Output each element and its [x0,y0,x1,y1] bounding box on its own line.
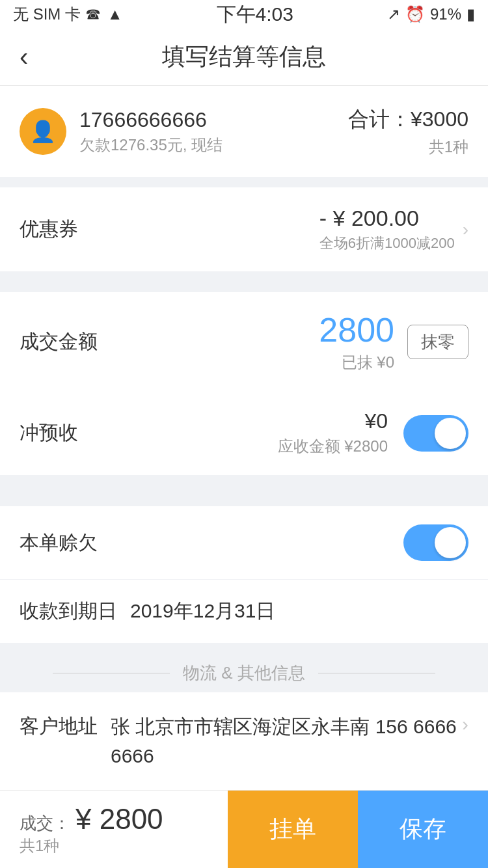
customer-info: 17666666666 欠款1276.35元, 现结 [79,108,223,156]
sim-label: 无 SIM 卡 ☎ [13,4,101,25]
duedate-section: 收款到期日 2019年12月31日 [0,579,488,643]
prepay-toggle[interactable] [403,415,468,452]
prepay-row: 冲预收 ¥0 应收金额 ¥2800 [0,391,488,475]
logistics-separator: 物流 & 其他信息 [0,653,488,692]
amount-sub: 已抹 ¥0 [319,352,394,373]
footer-count: 共1种 [20,835,208,856]
back-button[interactable]: ‹ [20,42,59,72]
sep-line-right [318,673,435,673]
battery-label: 91% [430,5,461,23]
logistics-sep-inner: 物流 & 其他信息 [53,662,435,685]
coupon-discount: - ¥ 200.00 [319,206,455,231]
customer-left: 👤 17666666666 欠款1276.35元, 现结 [20,108,223,156]
footer-amount: ¥ 2800 [75,803,163,835]
status-right: ↗ ⏰ 91% ▮ [387,5,475,23]
amount-col: 2800 已抹 ¥0 [319,310,394,373]
customer-right: 合计：¥3000 共1种 [348,105,468,157]
save-button[interactable]: 保存 [358,791,488,868]
address-value: 张 北京市市辖区海淀区永丰南 156 6666 6666 [111,712,462,770]
logistics-label: 物流 & 其他信息 [183,662,305,685]
coupon-right: - ¥ 200.00 全场6折满1000减200 › [319,206,468,253]
prepay-amount: ¥0 [278,409,388,433]
customer-count: 共1种 [348,137,468,157]
footer-trans-label: 成交： [20,812,70,835]
page-title: 填写结算等信息 [162,41,326,73]
footer: 成交： ¥ 2800 共1种 挂单 保存 [0,790,488,868]
address-label: 客户地址 [20,713,98,740]
credit-section: 本单赊欠 [0,506,488,579]
coupon-chevron-icon: › [463,219,468,240]
footer-info: 成交： ¥ 2800 共1种 [0,803,228,856]
customer-total: 合计：¥3000 [348,105,468,134]
customer-debt: 欠款1276.35元, 现结 [79,135,223,156]
transaction-section: 成交金额 2800 已抹 ¥0 抹零 [0,292,488,391]
status-bar: 无 SIM 卡 ☎ ▲ 下午4:03 ↗ ⏰ 91% ▮ [0,0,488,29]
coupon-row[interactable]: 优惠券 - ¥ 200.00 全场6折满1000减200 › [0,187,488,271]
wifi-icon: ▲ [107,5,123,23]
avatar-icon: 👤 [30,119,56,144]
nav-bar: ‹ 填写结算等信息 [0,29,488,86]
coupon-label: 优惠券 [20,216,78,243]
sep-line-left [53,673,170,673]
amount-label: 成交金额 [20,329,98,355]
coupon-desc: 全场6折满1000减200 [319,234,455,253]
credit-label: 本单赊欠 [20,530,98,556]
section-divider-1 [0,282,488,292]
prepay-label: 冲预收 [20,420,78,446]
content-area: 👤 17666666666 欠款1276.35元, 现结 合计：¥3000 共1… [0,86,488,868]
credit-toggle-knob [435,527,466,558]
customer-phone: 17666666666 [79,108,223,132]
footer-buttons: 挂单 保存 [228,791,488,868]
amount-row: 成交金额 2800 已抹 ¥0 抹零 [20,292,468,391]
duedate-value: 2019年12月31日 [130,598,275,625]
prepay-amount-col: ¥0 应收金额 ¥2800 [278,409,388,457]
toggle-knob [435,418,466,449]
duedate-label: 收款到期日 [20,598,117,625]
hang-button[interactable]: 挂单 [228,791,358,868]
customer-card: 👤 17666666666 欠款1276.35元, 现结 合计：¥3000 共1… [0,86,488,177]
status-time: 下午4:03 [217,1,293,28]
avatar: 👤 [20,108,66,155]
prepay-sub: 应收金额 ¥2800 [278,436,388,457]
address-row[interactable]: 客户地址 张 北京市市辖区海淀区永丰南 156 6666 6666 › [0,692,488,790]
prepay-right: ¥0 应收金额 ¥2800 [278,409,468,457]
address-chevron-icon: › [462,713,468,735]
section-divider-2 [0,485,488,496]
battery-icon: ▮ [467,5,475,23]
amount-right: 2800 已抹 ¥0 抹零 [319,310,468,373]
location-icon: ↗ [387,5,400,23]
status-left: 无 SIM 卡 ☎ ▲ [13,4,122,25]
round-button[interactable]: 抹零 [407,325,468,359]
credit-toggle[interactable] [403,524,468,561]
clock-icon: ⏰ [405,5,425,23]
amount-value: 2800 [319,311,394,349]
